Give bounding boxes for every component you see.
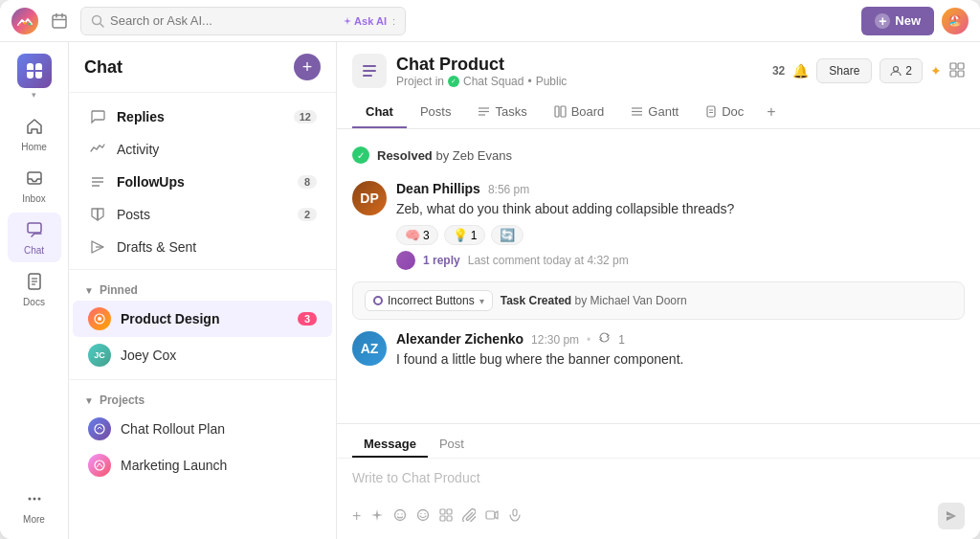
svg-rect-60 (486, 511, 495, 519)
share-button[interactable]: Share (816, 58, 872, 83)
input-tool-mic[interactable] (508, 508, 522, 525)
projects-arrow-icon: ▼ (84, 395, 94, 406)
sidebar-item-followups[interactable]: FollowUps 8 (73, 166, 332, 198)
sidebar-divider-1 (69, 269, 336, 270)
star-icon[interactable]: ✦ (930, 63, 942, 79)
sidebar-content: Replies 12 Activity (69, 93, 336, 539)
posts-label: Posts (117, 207, 288, 222)
reply-avatar (396, 251, 415, 270)
alexander-zichenko-avatar: AZ (352, 331, 387, 366)
calendar-icon[interactable] (46, 8, 73, 34)
search-input[interactable] (110, 13, 337, 28)
input-tab-message[interactable]: Message (352, 432, 428, 458)
message-2-content: Alexander Zichenko 12:30 pm • (396, 331, 965, 370)
ai-sparkle-icon (343, 16, 352, 26)
input-field[interactable]: Write to Chat Product (337, 459, 980, 497)
content-subtitle: Project in ✓ Chat Squad • Public (396, 75, 567, 88)
tab-add-button[interactable]: + (757, 96, 785, 128)
layout-icon[interactable] (949, 62, 965, 80)
content-tabs: Chat Posts Tasks (352, 96, 965, 128)
message-1-reply-area: 1 reply Last comment today at 4:32 pm (396, 251, 965, 270)
posts-badge: 2 (298, 208, 317, 221)
marketing-launch-label: Marketing Launch (121, 458, 317, 473)
sidebar-item-marketing-launch[interactable]: Marketing Launch (73, 447, 332, 483)
send-icon (946, 510, 957, 522)
activity-label: Activity (117, 142, 317, 157)
input-tool-plus[interactable]: + (352, 508, 361, 524)
sidebar-item-joey-cox[interactable]: JC Joey Cox (73, 337, 332, 373)
svg-rect-41 (555, 106, 559, 117)
user-avatar[interactable]: 🏖️ (942, 8, 969, 34)
chat-rollout-avatar (88, 417, 111, 440)
reaction-bulb[interactable]: 💡 1 (444, 225, 486, 245)
reaction-cycle[interactable]: 🔄 (491, 225, 523, 245)
svg-marker-9 (344, 17, 351, 25)
app-logo[interactable] (11, 8, 38, 34)
svg-point-54 (421, 512, 422, 513)
sidebar-item-home[interactable]: Home (8, 109, 61, 159)
search-colon: : (392, 15, 395, 27)
svg-point-17 (33, 497, 35, 500)
tab-tasks[interactable]: Tasks (464, 97, 540, 128)
tab-gantt[interactable]: Gantt (617, 97, 692, 128)
sidebar-item-chat[interactable]: Chat (8, 213, 61, 262)
svg-point-55 (425, 512, 426, 513)
product-design-avatar (88, 307, 111, 330)
posts-icon (88, 205, 107, 224)
task-tag-dot (373, 296, 383, 305)
input-tool-grid[interactable] (439, 508, 453, 525)
tasks-icon (478, 105, 490, 118)
svg-point-2 (29, 22, 32, 25)
sidebar-item-inbox[interactable]: Inbox (8, 161, 61, 211)
followups-icon (88, 172, 107, 191)
content-title: Chat Product (396, 55, 567, 75)
svg-rect-57 (447, 509, 452, 514)
pinned-section-header[interactable]: ▼ Pinned (69, 276, 336, 301)
sidebar-item-product-design[interactable]: Product Design 3 (73, 301, 332, 337)
bell-icon[interactable]: 🔔 (792, 63, 809, 79)
input-tab-post[interactable]: Post (428, 432, 476, 458)
svg-point-28 (95, 424, 104, 434)
product-design-label: Product Design (121, 311, 288, 326)
input-tool-sparkle[interactable] (370, 508, 384, 525)
activity-icon (88, 140, 107, 159)
task-tag-incorrect-buttons[interactable]: Incorrect Buttons ▾ (365, 290, 493, 311)
input-tool-video[interactable] (485, 508, 499, 525)
sidebar-item-drafts[interactable]: Drafts & Sent (73, 231, 332, 263)
tab-chat[interactable]: Chat (352, 97, 407, 128)
sidebar-item-replies[interactable]: Replies 12 (73, 101, 332, 133)
new-button[interactable]: + New (861, 7, 934, 35)
reply-count[interactable]: 1 reply (423, 254, 460, 267)
tab-doc[interactable]: Doc (692, 97, 757, 128)
sidebar-item-activity[interactable]: Activity (73, 133, 332, 166)
input-tool-emoji-happy[interactable] (416, 508, 430, 525)
projects-section-header[interactable]: ▼ Projects (69, 386, 336, 411)
message-1-author: Dean Phillips (396, 181, 480, 196)
input-tool-attach[interactable] (462, 508, 476, 525)
board-icon (554, 105, 567, 118)
sidebar-item-posts[interactable]: Posts 2 (73, 198, 332, 231)
reaction-brain[interactable]: 🧠 3 (396, 225, 438, 245)
sidebar-item-more[interactable]: More (8, 482, 61, 531)
projects-section-title: Projects (100, 393, 145, 407)
send-button[interactable] (938, 503, 965, 529)
svg-rect-58 (440, 516, 445, 521)
tab-board[interactable]: Board (541, 97, 618, 128)
sidebar-item-docs[interactable]: Docs (8, 264, 61, 314)
ask-ai-badge: Ask AI (343, 15, 387, 27)
sidebar-item-chat-rollout[interactable]: Chat Rollout Plan (73, 411, 332, 447)
content-title-area: Chat Product Project in ✓ Chat Squad • P… (352, 54, 567, 88)
resolved-text: Resolved by Zeb Evans (377, 148, 512, 163)
guests-button[interactable]: 2 (880, 58, 923, 83)
chat-label: Chat (24, 245, 44, 256)
input-tabs: Message Post (337, 424, 980, 459)
input-tool-emoji-smile[interactable] (393, 508, 407, 525)
tab-posts[interactable]: Posts (407, 97, 465, 128)
task-tag-chevron-icon: ▾ (479, 296, 484, 306)
svg-rect-11 (28, 223, 41, 233)
workspace-logo-area[interactable]: ▾ (8, 50, 61, 103)
search-bar[interactable]: Ask AI : (80, 7, 406, 35)
sidebar-add-button[interactable]: + (294, 54, 321, 80)
more-icon (25, 489, 44, 511)
input-area: Message Post Write to Chat Product + (337, 423, 980, 539)
